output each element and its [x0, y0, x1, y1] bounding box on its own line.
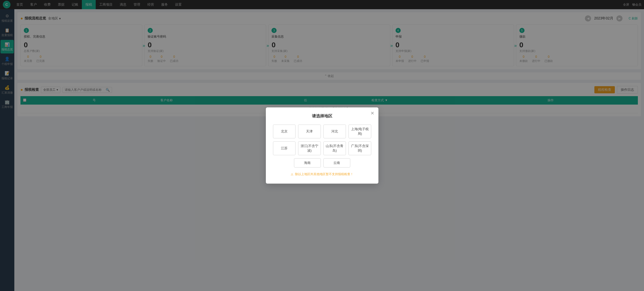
region-btn-guangdong[interactable]: 广东(不含深圳) — [348, 141, 371, 155]
warning-icon: ⚠ — [291, 173, 293, 176]
region-btn-tianjin[interactable]: 天津 — [298, 125, 321, 138]
region-btn-jiangsu[interactable]: 江苏 — [273, 141, 296, 155]
region-btn-hainan[interactable]: 海南 — [294, 158, 321, 167]
region-btn-shanghai[interactable]: 上海(电子税局) — [348, 125, 371, 138]
modal-warning: ⚠ 除以上地区外其他地区暂不支持报税检查！ — [273, 172, 371, 176]
region-grid-row1: 北京 天津 河北 上海(电子税局) — [273, 125, 371, 138]
region-btn-shandong[interactable]: 山东(不含青岛) — [323, 141, 346, 155]
modal-close-btn[interactable]: ✕ — [370, 111, 374, 116]
region-grid-row2: 江苏 浙江(不含宁波) 山东(不含青岛) 广东(不含深圳) — [273, 141, 371, 155]
region-btn-yunnan[interactable]: 云南 — [323, 158, 350, 167]
region-btn-hebei[interactable]: 河北 — [323, 125, 346, 138]
region-btn-beijing[interactable]: 北京 — [273, 125, 296, 138]
region-btn-zhejiang[interactable]: 浙江(不含宁波) — [298, 141, 321, 155]
modal-title: 请选择地区 — [273, 114, 371, 119]
region-grid-row3: 海南 云南 — [294, 158, 350, 167]
modal-overlay[interactable]: ✕ 请选择地区 北京 天津 河北 上海(电子税局) 江苏 浙江(不含宁波) 山东… — [0, 0, 644, 291]
warning-text: 除以上地区外其他地区暂不支持报税检查！ — [295, 172, 353, 176]
region-select-modal: ✕ 请选择地区 北京 天津 河北 上海(电子税局) 江苏 浙江(不含宁波) 山东… — [266, 107, 378, 184]
